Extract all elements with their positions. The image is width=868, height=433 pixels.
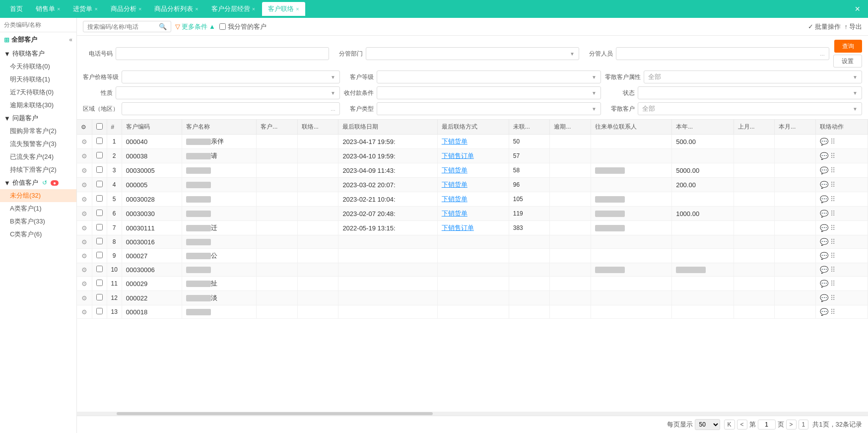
sidebar-item-class-a[interactable]: A类客户(1): [0, 202, 76, 215]
row-last-method[interactable]: [437, 305, 509, 319]
last-method-link[interactable]: 下销货单: [442, 138, 467, 145]
prev-page-button[interactable]: <: [737, 420, 747, 430]
manager-select[interactable]: …: [616, 47, 829, 60]
region-select[interactable]: …: [122, 102, 340, 115]
row-gear[interactable]: ⚙: [77, 291, 92, 305]
more-actions-icon[interactable]: ⠿: [830, 152, 835, 160]
row-actions[interactable]: 💬 ⠿: [815, 291, 868, 305]
row-checkbox-cell[interactable]: [92, 291, 107, 305]
my-customers-filter[interactable]: 我分管的客户: [219, 22, 267, 31]
row-checkbox-cell[interactable]: [92, 235, 107, 249]
row-settings-icon[interactable]: ⚙: [81, 181, 87, 189]
row-actions[interactable]: 💬 ⠿: [815, 149, 868, 163]
sidebar-item-abnormal[interactable]: 囤购异常客户(2): [0, 125, 76, 138]
more-actions-icon[interactable]: ⠿: [830, 224, 835, 232]
price-select[interactable]: ▼: [122, 71, 340, 83]
row-settings-icon[interactable]: ⚙: [81, 252, 87, 260]
row-checkbox[interactable]: [96, 210, 103, 216]
row-gear[interactable]: ⚙: [77, 263, 92, 277]
close-customer-contact-icon[interactable]: ×: [296, 6, 299, 12]
row-last-method[interactable]: 下销货单: [437, 207, 509, 221]
more-actions-icon[interactable]: ⠿: [830, 308, 835, 316]
close-customer-mgmt-icon[interactable]: ×: [252, 6, 255, 12]
row-gear[interactable]: ⚙: [77, 249, 92, 263]
more-conditions-button[interactable]: ▽ 更多条件 ▲: [175, 22, 215, 31]
all-customers-header[interactable]: ⊞ 全部客户 «: [0, 32, 76, 47]
contact-icon[interactable]: 💬: [820, 166, 828, 174]
row-gear[interactable]: ⚙: [77, 221, 92, 235]
gender-select[interactable]: ▼: [116, 86, 340, 99]
horizontal-scrollbar[interactable]: [77, 412, 868, 416]
row-checkbox-cell[interactable]: [92, 249, 107, 263]
row-settings-icon[interactable]: ⚙: [81, 210, 87, 217]
more-actions-icon[interactable]: ⠿: [830, 195, 835, 203]
row-last-method[interactable]: 下销货单: [437, 192, 509, 207]
row-actions[interactable]: 💬 ⠿: [815, 178, 868, 192]
row-settings-icon[interactable]: ⚙: [81, 196, 87, 203]
row-settings-icon[interactable]: ⚙: [81, 266, 87, 274]
sidebar-item-class-c[interactable]: C类客户(6): [0, 228, 76, 241]
last-method-link[interactable]: 下销售订单: [442, 152, 474, 159]
row-checkbox[interactable]: [96, 266, 103, 272]
row-settings-icon[interactable]: ⚙: [81, 238, 87, 246]
tab-analysis[interactable]: 商品分析 ×: [105, 2, 147, 16]
row-actions[interactable]: 💬 ⠿: [815, 163, 868, 178]
select-all-checkbox[interactable]: [96, 123, 103, 130]
tab-sales[interactable]: 销售单 ×: [30, 2, 66, 16]
close-purchase-icon[interactable]: ×: [94, 6, 97, 12]
zero-attr-select[interactable]: 全部 ▼: [644, 71, 862, 83]
last-method-link[interactable]: 下销售订单: [442, 224, 474, 231]
row-actions[interactable]: 💬 ⠿: [815, 235, 868, 249]
row-gear[interactable]: ⚙: [77, 192, 92, 207]
row-checkbox-cell[interactable]: [92, 192, 107, 207]
row-gear[interactable]: ⚙: [77, 135, 92, 149]
row-gear[interactable]: ⚙: [77, 178, 92, 192]
customer-type-select[interactable]: ▼: [377, 102, 601, 115]
row-checkbox[interactable]: [96, 308, 103, 314]
next-page-button[interactable]: >: [786, 420, 797, 430]
last-method-link[interactable]: 下销货单: [442, 166, 467, 174]
sidebar-item-churned[interactable]: 已流失客户(24): [0, 150, 76, 163]
reset-button[interactable]: 设置: [833, 55, 862, 68]
sidebar-item-declining[interactable]: 持续下滑客户(2): [0, 163, 76, 176]
row-checkbox-cell[interactable]: [92, 149, 107, 163]
row-actions[interactable]: 💬 ⠿: [815, 263, 868, 277]
more-actions-icon[interactable]: ⠿: [830, 266, 835, 274]
more-actions-icon[interactable]: ⠿: [830, 252, 835, 260]
dept-select[interactable]: ▼: [366, 47, 579, 60]
row-settings-icon[interactable]: ⚙: [81, 308, 87, 316]
sidebar-item-week-pending[interactable]: 近7天待联络(0): [0, 86, 76, 99]
sidebar-item-ungroup[interactable]: 未分组(32): [0, 189, 76, 202]
pending-group[interactable]: ▼ 待联络客户: [0, 47, 76, 60]
more-actions-icon[interactable]: ⠿: [830, 238, 835, 246]
row-actions[interactable]: 💬 ⠿: [815, 221, 868, 235]
row-checkbox-cell[interactable]: [92, 135, 107, 149]
row-gear[interactable]: ⚙: [77, 163, 92, 178]
payment-select[interactable]: ▼: [377, 86, 601, 99]
row-settings-icon[interactable]: ⚙: [81, 294, 87, 302]
close-analysis-icon[interactable]: ×: [138, 6, 141, 12]
row-last-method[interactable]: [437, 291, 509, 305]
row-checkbox-cell[interactable]: [92, 277, 107, 291]
row-checkbox-cell[interactable]: [92, 178, 107, 192]
row-gear[interactable]: ⚙: [77, 207, 92, 221]
row-last-method[interactable]: 下销货单: [437, 163, 509, 178]
row-checkbox[interactable]: [96, 138, 103, 144]
contact-icon[interactable]: 💬: [820, 224, 828, 232]
row-checkbox-cell[interactable]: [92, 207, 107, 221]
contact-icon[interactable]: 💬: [820, 266, 828, 274]
row-actions[interactable]: 💬 ⠿: [815, 277, 868, 291]
row-settings-icon[interactable]: ⚙: [81, 280, 87, 288]
th-settings[interactable]: ⚙: [77, 120, 92, 135]
more-actions-icon[interactable]: ⠿: [830, 181, 835, 189]
last-page-button[interactable]: 1: [799, 420, 809, 430]
row-gear[interactable]: ⚙: [77, 235, 92, 249]
tab-analysis-list[interactable]: 商品分析列表 ×: [148, 2, 204, 16]
first-page-button[interactable]: K: [724, 420, 735, 430]
status-select[interactable]: ▼: [638, 86, 862, 99]
search-input[interactable]: [87, 23, 157, 30]
row-last-method[interactable]: 下销售订单: [437, 221, 509, 235]
contact-icon[interactable]: 💬: [820, 294, 828, 302]
sidebar-item-tomorrow-pending[interactable]: 明天待联络(1): [0, 73, 76, 86]
row-checkbox[interactable]: [96, 224, 103, 230]
